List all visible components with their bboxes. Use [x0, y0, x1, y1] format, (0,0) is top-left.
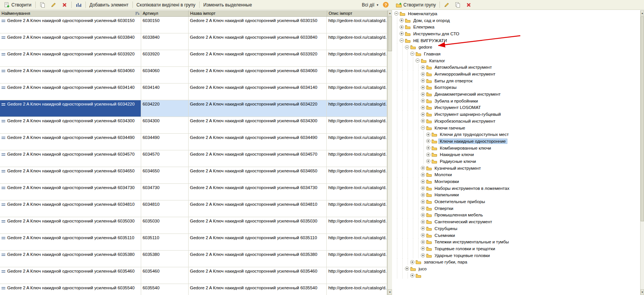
- cell-name[interactable]: Gedore 2 A Ключ накидной односторонний у…: [0, 200, 141, 217]
- expand-icon[interactable]: [410, 273, 414, 278]
- tree-item[interactable]: juco: [393, 265, 640, 272]
- scroll-up-button[interactable]: ▲: [641, 10, 644, 16]
- cell-name[interactable]: Gedore 2 A Ключ накидной односторонний у…: [0, 184, 141, 200]
- expand-icon[interactable]: [426, 146, 430, 150]
- column-header-import-name[interactable]: Назва імпорт: [189, 10, 327, 16]
- expand-icon[interactable]: [421, 246, 425, 251]
- add-element-button[interactable]: Добавить элемент: [87, 1, 131, 9]
- expand-icon[interactable]: [421, 85, 425, 90]
- tree-item[interactable]: Инструмент шарнирно-губцевый: [393, 111, 640, 118]
- tree-item[interactable]: Дом, сад и огород: [393, 17, 640, 24]
- cell-article[interactable]: 6034060: [141, 67, 189, 83]
- collapse-icon[interactable]: [394, 11, 398, 16]
- tree-item[interactable]: Отвертки: [393, 205, 640, 212]
- create-group-button[interactable]: Створити групу: [394, 1, 438, 9]
- cell-import-desc[interactable]: http://gedore-tool.ru/catalog/d...: [327, 33, 387, 50]
- cell-import-desc[interactable]: http://gedore-tool.ru/catalog/d...: [327, 267, 387, 284]
- copy-to-group-button[interactable]: Скопіювати виділені в групу: [134, 1, 198, 9]
- table-row[interactable]: Gedore 2 A Ключ накидной односторонний у…: [0, 84, 387, 100]
- cell-article[interactable]: 6034650: [141, 167, 189, 183]
- cell-import-desc[interactable]: http://gedore-tool.ru/catalog/d...: [327, 217, 387, 233]
- table-row[interactable]: Gedore 2 A Ключ накидной односторонний у…: [0, 167, 387, 184]
- tree-item[interactable]: Автомобильный инструмент: [393, 64, 640, 71]
- expand-icon[interactable]: [421, 72, 425, 76]
- expand-icon[interactable]: [421, 240, 425, 244]
- cell-name[interactable]: Gedore 2 A Ключ накидной односторонний у…: [0, 84, 141, 100]
- tree-item[interactable]: Ключи для труднодоступных мест: [393, 131, 640, 138]
- table-row[interactable]: Gedore 2 A Ключ накидной односторонний у…: [0, 267, 387, 284]
- tree-vertical-scrollbar[interactable]: ▲ ▼: [640, 10, 644, 295]
- set-interval-button[interactable]: [73, 1, 84, 9]
- cell-import-name[interactable]: Gedore 2 A Ключ накидной односторонний у…: [189, 150, 327, 167]
- tree-item[interactable]: Динамометрический инструмент: [393, 91, 640, 98]
- cell-article[interactable]: 6034300: [141, 117, 189, 133]
- expand-icon[interactable]: [421, 220, 425, 224]
- expand-icon[interactable]: [421, 65, 425, 69]
- scroll-down-button[interactable]: ▼: [641, 289, 644, 295]
- table-row[interactable]: Gedore 2 A Ключ накидной односторонний у…: [0, 50, 387, 67]
- cell-article[interactable]: 6035380: [141, 251, 189, 267]
- cell-name[interactable]: Gedore 2 A Ключ накидной односторонний у…: [0, 117, 141, 133]
- expand-icon[interactable]: [421, 253, 425, 257]
- tree-item[interactable]: [393, 272, 640, 279]
- table-row[interactable]: Gedore 2 A Ключ накидной односторонний у…: [0, 33, 387, 50]
- cell-article[interactable]: 6030150: [141, 17, 189, 33]
- tree-item[interactable]: Ударные торцевые головки: [393, 252, 640, 259]
- cell-import-name[interactable]: Gedore 2 A Ключ накидной односторонний у…: [189, 251, 327, 267]
- sort-indicator-icon[interactable]: [135, 11, 140, 16]
- cell-name[interactable]: Gedore 2 A Ключ накидной односторонний у…: [0, 150, 141, 167]
- cell-article[interactable]: 6035460: [141, 267, 189, 284]
- edit-button[interactable]: [48, 1, 59, 9]
- cell-name[interactable]: Gedore 2 A Ключ накидной односторонний у…: [0, 33, 141, 50]
- tree-item[interactable]: Тележки инструментальные и тумбы: [393, 238, 640, 245]
- tree-item[interactable]: Ключи накидные односторонние: [393, 138, 640, 145]
- table-row[interactable]: Gedore 2 A Ключ накидной односторонний у…: [0, 150, 387, 167]
- tree-item[interactable]: Радиусные ключи: [393, 158, 640, 165]
- tree-item[interactable]: Главная: [393, 50, 640, 57]
- cell-import-desc[interactable]: http://gedore-tool.ru/catalog/d...: [327, 284, 387, 295]
- cell-import-desc[interactable]: http://gedore-tool.ru/catalog/d...: [327, 134, 387, 150]
- collapse-icon[interactable]: [400, 38, 404, 43]
- delete-group-button[interactable]: [463, 1, 474, 9]
- expand-icon[interactable]: [421, 166, 425, 170]
- table-row[interactable]: Gedore 2 A Ключ накидной односторонний у…: [0, 100, 387, 117]
- tree-item[interactable]: Наборы инструментов в ложементах: [393, 185, 640, 192]
- tree-item[interactable]: gedore: [393, 44, 640, 50]
- cell-article[interactable]: 6034730: [141, 184, 189, 200]
- expand-icon[interactable]: [421, 226, 425, 230]
- cell-article[interactable]: 6033920: [141, 50, 189, 66]
- tree-item[interactable]: запасные губки, пара: [393, 259, 640, 265]
- table-row[interactable]: Gedore 2 A Ключ накидной односторонний у…: [0, 251, 387, 267]
- cell-import-desc[interactable]: http://gedore-tool.ru/catalog/d...: [327, 184, 387, 200]
- copy-group-button[interactable]: [452, 1, 463, 9]
- cell-import-name[interactable]: Gedore 2 A Ключ накидной односторонний у…: [189, 217, 327, 233]
- expand-icon[interactable]: [426, 153, 430, 157]
- cell-import-desc[interactable]: http://gedore-tool.ru/catalog/d...: [327, 100, 387, 117]
- tree-item[interactable]: Струбцины: [393, 225, 640, 232]
- table-row[interactable]: Gedore 2 A Ключ накидной односторонний у…: [0, 217, 387, 234]
- cell-name[interactable]: Gedore 2 A Ключ накидной односторонний у…: [0, 67, 141, 83]
- cell-import-name[interactable]: Gedore 2 A Ключ накидной односторонний у…: [189, 134, 327, 150]
- table-row[interactable]: Gedore 2 A Ключ накидной односторонний у…: [0, 134, 387, 150]
- cell-import-desc[interactable]: http://gedore-tool.ru/catalog/d...: [327, 251, 387, 267]
- column-header-import-desc[interactable]: Опис імпорт: [327, 10, 387, 16]
- cell-article[interactable]: 6034490: [141, 134, 189, 150]
- cell-import-desc[interactable]: http://gedore-tool.ru/catalog/d...: [327, 50, 387, 66]
- tree-item[interactable]: Торцевые головки и трещотки: [393, 245, 640, 252]
- edit-selected-button[interactable]: Изменить выделенные: [201, 1, 254, 9]
- edit-group-button[interactable]: [441, 1, 452, 9]
- table-row[interactable]: Gedore 2 A Ключ накидной односторонний у…: [0, 200, 387, 217]
- tree-item[interactable]: Биты для отверток: [393, 77, 640, 84]
- expand-icon[interactable]: [421, 206, 425, 210]
- tree-item[interactable]: Инструмент LOSOMAT: [393, 104, 640, 111]
- scroll-thumb[interactable]: [641, 16, 644, 221]
- copy-button[interactable]: [37, 1, 48, 9]
- cell-import-name[interactable]: Gedore 2 A Ключ накидной односторонний у…: [189, 284, 327, 295]
- tree-item[interactable]: Инструменты для СТО: [393, 30, 640, 37]
- all-actions-button[interactable]: Всі дії ▾: [359, 1, 381, 9]
- tree-item[interactable]: Съемники: [393, 232, 640, 239]
- create-button[interactable]: Створити: [2, 1, 34, 9]
- tree-item[interactable]: Искробезопасный инструмент: [393, 118, 640, 125]
- tree-item[interactable]: Кузнечный инструмент: [393, 165, 640, 172]
- tree-item[interactable]: Зубила и пробойники: [393, 98, 640, 104]
